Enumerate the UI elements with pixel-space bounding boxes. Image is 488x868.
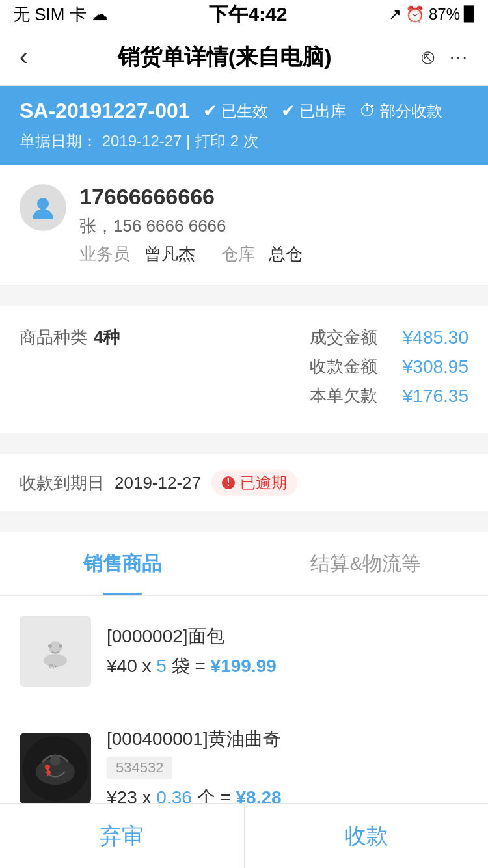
status-activated: ✔ 已生效 (203, 101, 268, 122)
product-qty-1: 5 (156, 656, 167, 676)
divider1 (0, 286, 488, 296)
product-price-row-1: ¥40 x 5 袋 = ¥199.99 (107, 654, 468, 679)
order-header-banner: SA-20191227-001 ✔ 已生效 ✔ 已出库 ⏱ 部分收款 单据日期：… (0, 86, 488, 165)
avatar (20, 184, 66, 231)
product-image-placeholder-1: 鸡+ (20, 616, 91, 687)
customer-section: 17666666666 张，156 6666 6666 业务员 曾凡杰 仓库 总… (0, 165, 488, 286)
collected-label: 收款金额 (310, 355, 377, 378)
product-types-row: 商品种类 4种 (20, 326, 120, 349)
product-price-1: ¥40 (107, 656, 137, 676)
clock-icon: ⏱ (359, 101, 376, 121)
more-options-icon[interactable]: ··· (450, 47, 468, 68)
svg-text:鸡+: 鸡+ (48, 664, 57, 670)
collect-payment-button[interactable]: 收款 (245, 804, 489, 868)
battery-icon: ▉ (464, 6, 475, 23)
back-button[interactable]: ‹ (20, 43, 28, 71)
print-info: | 打印 2 次 (186, 132, 259, 150)
debt-row: 本单欠款 ¥176.35 (310, 385, 468, 407)
overdue-icon: ! (222, 476, 235, 489)
activated-label: 已生效 (221, 101, 268, 122)
product-image-2 (20, 733, 91, 804)
cancel-review-label: 弃审 (100, 821, 144, 851)
product-name-2: [000400001]黄油曲奇 (107, 727, 468, 752)
equals-sign-1: = (195, 656, 210, 676)
customer-id: 17666666666 (79, 184, 468, 210)
banner-row1: SA-20191227-001 ✔ 已生效 ✔ 已出库 ⏱ 部分收款 (20, 99, 468, 123)
sales-label: 业务员 (79, 244, 130, 264)
svg-point-0 (37, 198, 49, 210)
deal-amount-value: ¥485.30 (390, 327, 468, 348)
product-item: 鸡+ [0000002]面包 ¥40 x 5 袋 = ¥199.99 (0, 596, 488, 707)
status-time: 下午4:42 (209, 1, 287, 28)
product-types-value: 4种 (94, 326, 120, 349)
sales-person-name: 曾凡杰 (144, 244, 195, 264)
tab-sales-products-label: 销售商品 (83, 552, 161, 574)
tabs: 销售商品 结算&物流等 (0, 532, 488, 596)
page-title: 销货单详情(来自电脑) (118, 42, 332, 72)
product-tag-2: 534532 (107, 757, 172, 779)
sales-person: 业务员 曾凡杰 (79, 243, 195, 265)
alarm-icon: ⏰ (405, 5, 425, 23)
tab-settlement-logistics[interactable]: 结算&物流等 (244, 532, 488, 595)
order-date-info: 单据日期： 2019-12-27 | 打印 2 次 (20, 131, 468, 152)
nav-bar: ‹ 销货单详情(来自电脑) ⎋ ··· (0, 29, 488, 86)
product-name-1: [0000002]面包 (107, 624, 468, 649)
debt-label: 本单欠款 (310, 385, 377, 407)
warehouse: 仓库 总仓 (221, 243, 303, 265)
product-unit-1: 袋 (172, 656, 190, 676)
shipped-label: 已出库 (299, 101, 346, 122)
product-types-label: 商品种类 (20, 326, 87, 349)
collect-payment-label: 收款 (344, 821, 388, 851)
multiply-sign-1: x (142, 656, 157, 676)
product-total-1: ¥199.99 (211, 656, 277, 676)
stats-section: 商品种类 4种 成交金额 ¥485.30 收款金额 ¥308.95 本单欠款 ¥… (0, 306, 488, 433)
order-id: SA-20191227-001 (20, 99, 190, 123)
deal-amount-row: 成交金额 ¥485.30 (310, 326, 468, 349)
stats-right: 成交金额 ¥485.30 收款金额 ¥308.95 本单欠款 ¥176.35 (310, 326, 468, 414)
partial-payment-label: 部分收款 (380, 101, 442, 122)
status-partial-payment: ⏱ 部分收款 (359, 101, 442, 122)
overdue-label: 已逾期 (240, 472, 287, 493)
check-icon-shipped: ✔ (281, 101, 295, 121)
battery-label: 87% (429, 5, 460, 23)
svg-point-4 (59, 644, 62, 648)
cancel-review-button[interactable]: 弃审 (0, 804, 245, 868)
collected-value: ¥308.95 (390, 357, 468, 377)
product-image-1: 鸡+ (20, 616, 91, 687)
product-details-2: [000400001]黄油曲奇 534532 ¥23 x 0.36 个 = ¥8… (107, 727, 468, 810)
status-shipped: ✔ 已出库 (281, 101, 346, 122)
divider2 (0, 433, 488, 444)
share-icon[interactable]: ⎋ (422, 45, 434, 69)
tab-sales-products[interactable]: 销售商品 (0, 532, 244, 595)
status-right: ↗ ⏰ 87% ▉ (388, 5, 475, 23)
svg-point-3 (48, 644, 52, 648)
stats-left: 商品种类 4种 (20, 326, 120, 414)
nav-actions: ⎋ ··· (422, 45, 468, 69)
status-bar: 无 SIM 卡 ☁ 下午4:42 ↗ ⏰ 87% ▉ (0, 0, 488, 29)
tab-settlement-logistics-label: 结算&物流等 (310, 552, 421, 574)
deal-amount-label: 成交金额 (310, 326, 377, 349)
location-icon: ↗ (388, 5, 401, 23)
date-label: 单据日期： (20, 132, 98, 150)
due-date-value: 2019-12-27 (115, 473, 201, 493)
warehouse-label: 仓库 (221, 244, 255, 264)
due-date-section: 收款到期日 2019-12-27 ! 已逾期 (0, 454, 488, 511)
product-details-1: [0000002]面包 ¥40 x 5 袋 = ¥199.99 (107, 624, 468, 679)
collected-amount-row: 收款金额 ¥308.95 (310, 355, 468, 378)
bottom-actions: 弃审 收款 (0, 803, 488, 868)
due-date-label: 收款到期日 (20, 472, 104, 495)
warehouse-name: 总仓 (269, 244, 303, 264)
status-left: 无 SIM 卡 ☁ (13, 3, 108, 26)
customer-info: 17666666666 张，156 6666 6666 业务员 曾凡杰 仓库 总… (79, 184, 468, 265)
overdue-badge: ! 已逾期 (211, 470, 297, 496)
check-icon-activated: ✔ (203, 101, 217, 121)
divider3 (0, 511, 488, 522)
svg-point-8 (50, 755, 61, 766)
customer-name-phone: 张，156 6666 6666 (79, 215, 468, 237)
products-section: 鸡+ [0000002]面包 ¥40 x 5 袋 = ¥199.99 (0, 596, 488, 830)
order-date: 2019-12-27 (102, 132, 182, 150)
debt-value: ¥176.35 (390, 386, 468, 407)
product-image-dark-2 (20, 733, 91, 804)
customer-meta: 业务员 曾凡杰 仓库 总仓 (79, 243, 468, 265)
